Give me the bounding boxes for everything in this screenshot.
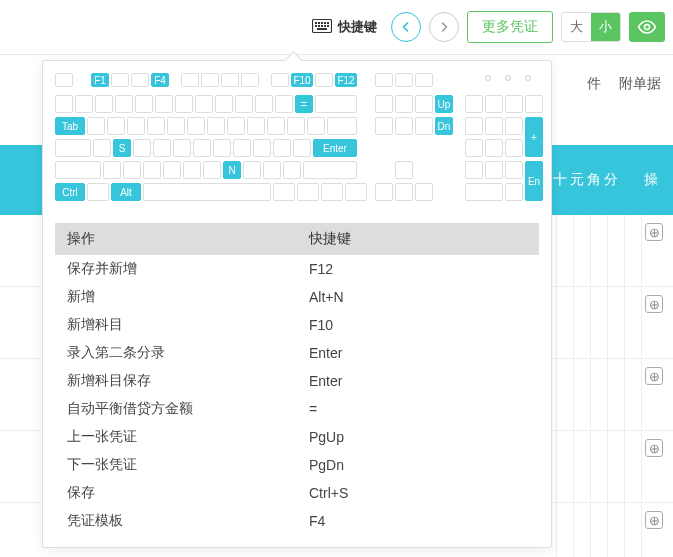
keyboard-key <box>465 183 503 201</box>
keyboard-key <box>133 139 151 157</box>
keyboard-key <box>267 117 285 135</box>
keyboard-key <box>263 161 281 179</box>
keyboard-key <box>227 117 245 135</box>
shortcut-op: 新增 <box>55 283 297 311</box>
top-toolbar: 快捷键 更多凭证 大 小 <box>0 0 673 55</box>
keyboard-key <box>235 95 253 113</box>
visibility-button[interactable] <box>629 12 665 42</box>
col-jiao: 角 <box>586 171 603 189</box>
keyboard-key <box>275 95 293 113</box>
shortcut-row: 保存Ctrl+S <box>55 479 539 507</box>
keyboard-key <box>465 139 483 157</box>
file-link[interactable]: 件 <box>587 75 601 145</box>
shortcut-popup: F1F4F10F12=UpTabDn+SEnterNEnCtrlAlt 操作 快… <box>42 60 552 548</box>
add-row-icon[interactable]: ⊕ <box>645 295 663 313</box>
svg-rect-5 <box>327 22 329 24</box>
shortcut-row: 凭证模板F4 <box>55 507 539 535</box>
shortcut-key: Enter <box>297 339 539 367</box>
th-operation: 操作 <box>55 223 297 255</box>
keyboard-key <box>55 73 73 87</box>
shortcut-op: 新增科目 <box>55 311 297 339</box>
shortcut-row: 录入第二条分录Enter <box>55 339 539 367</box>
shortcut-key-label[interactable]: 快捷键 <box>312 18 377 36</box>
shortcut-row: 新增Alt+N <box>55 283 539 311</box>
shortcut-key-text: 快捷键 <box>338 18 377 36</box>
keyboard-key <box>485 117 503 135</box>
keyboard-key <box>55 95 73 113</box>
keyboard-key <box>203 161 221 179</box>
keyboard-key <box>375 117 393 135</box>
keyboard-key <box>215 95 233 113</box>
keyboard-key <box>485 139 503 157</box>
shortcut-key: F12 <box>297 255 539 283</box>
keyboard-key <box>375 73 393 87</box>
shortcut-op: 自动平衡借贷方金额 <box>55 395 297 423</box>
keyboard-key <box>143 161 161 179</box>
keyboard-key <box>465 161 483 179</box>
col-yuan: 元 <box>569 171 586 189</box>
attach-link[interactable]: 附单据 <box>619 75 661 145</box>
next-button[interactable] <box>429 12 459 42</box>
keyboard-key <box>505 161 523 179</box>
svg-rect-6 <box>315 25 317 27</box>
keyboard-key <box>287 117 305 135</box>
shortcut-op: 新增科目保存 <box>55 367 297 395</box>
shortcut-row: 新增科目保存Enter <box>55 367 539 395</box>
keyboard-key <box>303 161 357 179</box>
keyboard-key <box>465 95 483 113</box>
size-large[interactable]: 大 <box>562 13 591 41</box>
keyboard-key <box>283 161 301 179</box>
keyboard-key: Ctrl <box>55 183 85 201</box>
keyboard-key <box>163 161 181 179</box>
shortcut-row: 新增科目F10 <box>55 311 539 339</box>
keyboard-key <box>415 73 433 87</box>
shortcut-table: 操作 快捷键 保存并新增F12新增Alt+N新增科目F10录入第二条分录Ente… <box>55 223 539 535</box>
svg-rect-2 <box>318 22 320 24</box>
keyboard-key <box>55 161 101 179</box>
add-row-icon[interactable]: ⊕ <box>645 511 663 529</box>
keyboard-key <box>247 117 265 135</box>
shortcut-op: 保存并新增 <box>55 255 297 283</box>
keyboard-key <box>175 95 193 113</box>
svg-rect-7 <box>318 25 320 27</box>
add-row-icon[interactable]: ⊕ <box>645 367 663 385</box>
indicator-dot <box>485 75 491 81</box>
shortcut-row: 下一张凭证PgDn <box>55 451 539 479</box>
shortcut-key: Ctrl+S <box>297 479 539 507</box>
keyboard-key: + <box>525 117 543 157</box>
keyboard-key <box>273 183 295 201</box>
keyboard-key <box>485 95 503 113</box>
keyboard-key <box>505 117 523 135</box>
shortcut-key: = <box>297 395 539 423</box>
keyboard-key <box>123 161 141 179</box>
shortcut-row: 自动平衡借贷方金额= <box>55 395 539 423</box>
add-row-icon[interactable]: ⊕ <box>645 439 663 457</box>
keyboard-key <box>395 117 413 135</box>
prev-button[interactable] <box>391 12 421 42</box>
shortcut-op: 下一张凭证 <box>55 451 297 479</box>
keyboard-key <box>155 95 173 113</box>
keyboard-key: F4 <box>151 73 169 87</box>
keyboard-key: = <box>295 95 313 113</box>
keyboard-key <box>315 95 357 113</box>
keyboard-key <box>111 73 129 87</box>
keyboard-key <box>315 73 333 87</box>
svg-rect-1 <box>315 22 317 24</box>
keyboard-key <box>87 117 105 135</box>
keyboard-key <box>181 73 199 87</box>
svg-rect-8 <box>321 25 323 27</box>
keyboard-key <box>375 183 393 201</box>
indicator-dot <box>525 75 531 81</box>
keyboard-key: Alt <box>111 183 141 201</box>
more-vouchers-button[interactable]: 更多凭证 <box>467 11 553 43</box>
keyboard-key <box>293 139 311 157</box>
keyboard-key <box>207 117 225 135</box>
keyboard-key <box>103 161 121 179</box>
keyboard-key: Dn <box>435 117 453 135</box>
size-small[interactable]: 小 <box>591 13 620 41</box>
add-row-icon[interactable]: ⊕ <box>645 223 663 241</box>
ops-header: 操 <box>644 171 659 189</box>
keyboard-key <box>143 183 271 201</box>
shortcut-row: 上一张凭证PgUp <box>55 423 539 451</box>
shortcut-op: 上一张凭证 <box>55 423 297 451</box>
